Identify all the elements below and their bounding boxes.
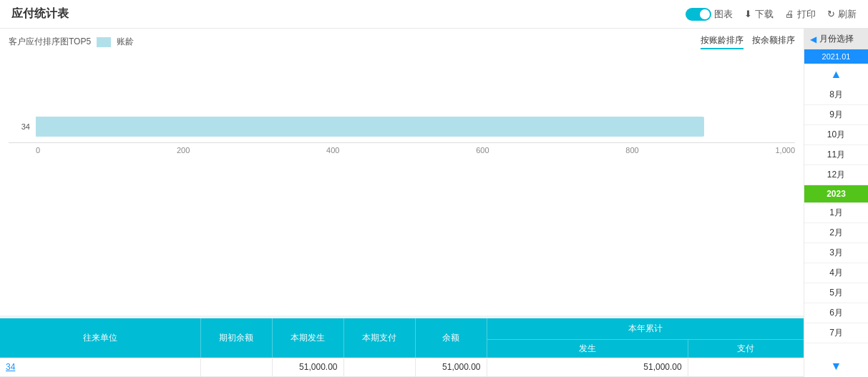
main-content: 客户应付排序图TOP5 账龄 按账龄排序 按余额排序 34: [0, 29, 868, 377]
table-wrapper: 往来单位 期初余额 本期发生 本期支付 余额 本年累计 发生 支付: [0, 318, 804, 377]
table-header-row: 往来单位 期初余额 本期发生 本期支付 余额 本年累计: [0, 318, 804, 340]
col-year-total-header: 本年累计: [487, 318, 804, 340]
month-item-1[interactable]: 1月: [804, 203, 868, 223]
x-axis-1000: 1,000: [775, 146, 795, 155]
month-item-11[interactable]: 11月: [804, 145, 868, 165]
header: 应付统计表 图表 ⬇ 下载 🖨 打印 ↻ 刷新: [0, 0, 868, 29]
sidebar-header-label: 月份选择: [819, 33, 854, 45]
scroll-up-button[interactable]: ▲: [804, 64, 868, 85]
legend-text: 客户应付排序图TOP5: [9, 36, 91, 48]
legend-box-icon: [97, 37, 111, 47]
refresh-label: 刷新: [838, 8, 857, 21]
sort-by-balance-button[interactable]: 按账龄排序: [701, 34, 743, 49]
download-button[interactable]: ⬇ 下载: [744, 8, 774, 21]
refresh-button[interactable]: ↻ 刷新: [827, 8, 857, 21]
print-icon: 🖨: [785, 9, 794, 19]
month-item-9[interactable]: 9月: [804, 105, 868, 125]
toggle-switch-icon[interactable]: [686, 8, 711, 21]
x-axis-0: 0: [36, 146, 40, 155]
chart-legend: 客户应付排序图TOP5 账龄: [9, 36, 134, 48]
col-current-occur-header: 本期发生: [272, 318, 343, 358]
download-icon: ⬇: [744, 9, 752, 19]
unit-link[interactable]: 34: [6, 362, 15, 372]
x-axis: 0 200 400 600 800 1,000: [9, 142, 795, 155]
bar-fill: [36, 117, 704, 137]
sidebar-month-list: 8月 9月 10月 11月 12月 2023 1月 2月 3月 4月 5月 6月…: [804, 85, 868, 356]
bar-container: 856天: [36, 117, 795, 137]
col-year-pay-sub: 支付: [688, 340, 804, 358]
x-axis-400: 400: [326, 146, 339, 155]
download-label: 下载: [755, 8, 774, 21]
bar-row: 34 856天: [9, 117, 795, 137]
month-item-4[interactable]: 4月: [804, 263, 868, 283]
chart-toggle[interactable]: 图表: [686, 8, 733, 21]
sidebar-date-input[interactable]: 2021.01: [804, 49, 868, 64]
cell-current-occur: 51,000.00: [272, 358, 343, 377]
sidebar-header: ◀ 月份选择: [804, 29, 868, 49]
cell-opening: [200, 358, 272, 377]
bar-label: 34: [9, 122, 30, 131]
print-label: 打印: [797, 8, 816, 21]
cell-year-occur: 51,000.00: [487, 358, 688, 377]
month-item-2[interactable]: 2月: [804, 223, 868, 243]
col-year-occur-sub: 发生: [487, 340, 688, 358]
header-actions: 图表 ⬇ 下载 🖨 打印 ↻ 刷新: [686, 8, 857, 21]
cell-balance: 51,000.00: [415, 358, 487, 377]
x-axis-600: 600: [476, 146, 489, 155]
page-title: 应付统计表: [11, 6, 69, 21]
right-sidebar: ◀ 月份选择 2021.01 ▲ 8月 9月 10月 11月 12月 2023 …: [804, 29, 868, 377]
month-item-8[interactable]: 8月: [804, 85, 868, 105]
chart-sort: 按账龄排序 按余额排序: [701, 34, 795, 49]
cell-unit: 34: [0, 358, 200, 377]
chart-label: 图表: [714, 8, 733, 21]
month-item-10[interactable]: 10月: [804, 125, 868, 145]
legend-box-label: 账龄: [117, 36, 134, 48]
left-panel: 客户应付排序图TOP5 账龄 按账龄排序 按余额排序 34: [0, 29, 804, 377]
chart-header: 客户应付排序图TOP5 账龄 按账龄排序 按余额排序: [9, 34, 795, 49]
table-row: 34 51,000.00 51,000.00 51,000.00: [0, 358, 804, 377]
refresh-icon: ↻: [827, 9, 835, 19]
month-item-6[interactable]: 6月: [804, 303, 868, 323]
x-axis-200: 200: [177, 146, 190, 155]
month-item-12[interactable]: 12月: [804, 165, 868, 185]
col-opening-header: 期初余额: [200, 318, 272, 358]
x-axis-800: 800: [625, 146, 638, 155]
cell-year-pay: [688, 358, 804, 377]
cell-current-pay: [343, 358, 415, 377]
month-item-7[interactable]: 7月: [804, 323, 868, 343]
chart-section: 客户应付排序图TOP5 账龄 按账龄排序 按余额排序 34: [0, 29, 804, 315]
data-table: 往来单位 期初余额 本期发生 本期支付 余额 本年累计 发生 支付: [0, 318, 804, 377]
col-unit-header: 往来单位: [0, 318, 200, 358]
month-item-3[interactable]: 3月: [804, 243, 868, 263]
col-balance-header: 余额: [415, 318, 487, 358]
print-button[interactable]: 🖨 打印: [785, 8, 816, 21]
month-item-2023[interactable]: 2023: [804, 185, 868, 203]
month-item-5[interactable]: 5月: [804, 283, 868, 303]
table-section: 往来单位 期初余额 本期发生 本期支付 余额 本年累计 发生 支付: [0, 315, 804, 377]
sidebar-arrow-expand-icon[interactable]: ◀: [810, 34, 816, 44]
scroll-down-button[interactable]: ▼: [804, 356, 868, 377]
col-current-pay-header: 本期支付: [343, 318, 415, 358]
sort-by-amount-button[interactable]: 按余额排序: [752, 34, 795, 49]
bar-chart: 34 856天 0 200 400 600 800 1,000: [9, 55, 795, 212]
